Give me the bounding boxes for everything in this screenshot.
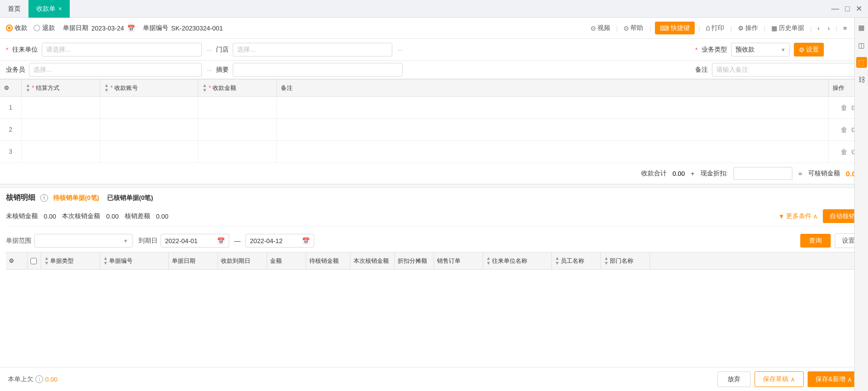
select-all-checkbox[interactable] <box>30 258 37 264</box>
save-new-btn[interactable]: 保存&新增 ∧ <box>808 371 860 387</box>
panel-icon-1[interactable]: ▦ <box>856 22 867 33</box>
reconcile-section: 核销明细 i 待核销单据(0笔) 已核销单据(0笔) 未核销金额 0.00 本次… <box>0 188 868 275</box>
current-due-value: 0.00 <box>45 376 57 383</box>
dgh-checkbox-col[interactable] <box>27 252 41 269</box>
due-date-end-input[interactable]: 2022-04-12 📅 <box>245 234 314 248</box>
panel-icon-2[interactable]: ◫ <box>856 39 867 51</box>
delete-icon[interactable]: 🗑 <box>841 104 847 112</box>
radio-receipt-label: 收款 <box>15 24 27 32</box>
row3-remarks[interactable] <box>277 141 829 163</box>
row2-amount[interactable] <box>198 119 277 140</box>
counterparty-more-icon[interactable]: ··· <box>207 46 212 54</box>
panel-icon-4[interactable]: ⛓ <box>856 74 867 85</box>
history-btn[interactable]: ▦ 历史单据 <box>769 23 806 33</box>
grid-col-amount: ▲▼ * 收款金额 <box>198 80 277 96</box>
minimize-icon[interactable]: — <box>829 3 841 14</box>
pending-tab[interactable]: 待核销单据(0笔) <box>53 194 99 202</box>
salesperson-more-icon[interactable]: ··· <box>207 66 212 74</box>
form-section-2: 业务员 选择... ··· 摘要 备注 请输入备注 <box>0 61 868 79</box>
more-conditions-btn[interactable]: ▼ 更多条件 ∧ <box>778 212 818 221</box>
business-type-select[interactable]: 预收款 ▼ <box>731 43 790 56</box>
done-tab[interactable]: 已核销单据(0笔) <box>107 194 153 202</box>
tab-bar: 首页 收款单 × — □ ✕ <box>0 0 868 18</box>
dgh-gear-icon[interactable]: ⚙ <box>9 257 14 264</box>
salesperson-input[interactable]: 选择... <box>29 63 202 77</box>
receipt-grid: ⚙ ▲▼ * 结算方式 ▲▼ * 收款账号 ▲▼ * 收款金额 备注 操作 <box>0 79 868 163</box>
row3-settlement[interactable] <box>22 141 100 163</box>
doc-date-value[interactable]: 2023-03-24 <box>91 25 124 32</box>
dgh-doc-type: ▲▼ 单据类型 <box>41 252 100 269</box>
operation-btn[interactable]: ⚙ 操作 <box>736 23 760 33</box>
close-window-icon[interactable]: ✕ <box>854 3 864 14</box>
bottom-bar: 本单上欠 i 0.00 放弃 保存草稿 ∧ 保存&新增 ∧ <box>0 367 868 391</box>
abstract-input[interactable] <box>233 63 403 77</box>
list-view-btn[interactable]: ≡ <box>841 24 849 33</box>
tab-close-icon[interactable]: × <box>58 0 62 18</box>
section-divider <box>0 184 868 188</box>
store-input[interactable]: 选择... <box>233 43 392 56</box>
row-num-1: 1 <box>0 97 22 118</box>
due-date-start-input[interactable]: 2022-04-01 📅 <box>161 234 229 248</box>
store-field: 门店 选择... ··· <box>216 43 403 56</box>
reconcile-title-text: 核销明细 <box>6 193 35 202</box>
row2-settlement[interactable] <box>22 119 100 140</box>
grid-settings-col[interactable]: ⚙ <box>0 80 22 96</box>
main-wrapper: 收款 退款 单据日期 2023-03-24 📅 单据编号 SK-20230324… <box>0 18 868 391</box>
keyboard-icon: ⌨ <box>660 25 669 32</box>
doc-num-value[interactable]: SK-20230324-001 <box>171 25 223 32</box>
row2-remarks[interactable] <box>277 119 829 140</box>
business-type-field: * 业务类型 预收款 ▼ ⚙ 设置 <box>695 43 862 56</box>
panel-icon-3[interactable]: ⬚ <box>856 57 867 68</box>
nav-left-btn[interactable]: ‹ <box>815 24 821 33</box>
abandon-btn[interactable]: 放弃 <box>717 371 751 387</box>
discount-input[interactable] <box>733 167 792 180</box>
tab-home[interactable]: 首页 <box>0 0 28 18</box>
maximize-icon[interactable]: □ <box>843 3 852 14</box>
query-btn[interactable]: 查询 <box>800 234 831 248</box>
delete-icon[interactable]: 🗑 <box>841 148 847 156</box>
tab-receipt[interactable]: 收款单 × <box>28 0 70 18</box>
info-circle-icon[interactable]: i <box>35 375 43 383</box>
row2-account[interactable] <box>100 119 198 140</box>
delete-icon[interactable]: 🗑 <box>841 126 847 134</box>
row1-settlement[interactable] <box>22 97 100 118</box>
bottom-info: 本单上欠 i 0.00 <box>8 375 57 384</box>
table-row: 2 🗑 ⧉ <box>0 119 868 141</box>
row1-amount[interactable] <box>198 97 277 118</box>
nav-right-btn[interactable]: › <box>826 24 832 33</box>
info-icon[interactable]: i <box>40 194 48 202</box>
range-param: 单据范围 ▼ <box>6 234 133 248</box>
help-btn[interactable]: ⊙ 帮助 <box>622 23 645 33</box>
dgh-amount: 金额 <box>267 252 306 269</box>
current-due-label: 本单上欠 <box>8 375 33 384</box>
print-btn[interactable]: ⎙ 打印 <box>704 23 726 33</box>
filter-stats-row: 未核销金额 0.00 本次核销金额 0.00 核销差额 0.00 ▼ 更多条件 … <box>6 206 862 226</box>
radio-refund[interactable]: 退款 <box>33 24 55 32</box>
row1-account[interactable] <box>100 97 198 118</box>
radio-receipt[interactable]: 收款 <box>6 24 27 32</box>
store-more-icon[interactable]: ··· <box>397 46 403 54</box>
dgh-current-amount: 本次核销金额 <box>351 252 395 269</box>
dgh-settings[interactable]: ⚙ <box>6 252 27 269</box>
grid-gear-icon[interactable]: ⚙ <box>4 84 9 91</box>
due-date-label: 到期日 <box>138 236 158 245</box>
calendar-icon[interactable]: 📅 <box>127 25 135 32</box>
uncancelled-label: 未核销金额 <box>6 212 38 221</box>
row3-account[interactable] <box>100 141 198 163</box>
range-dropdown[interactable]: ▼ <box>34 234 133 248</box>
remarks-input[interactable]: 请输入备注 <box>712 63 862 77</box>
store-label: 门店 <box>216 45 229 54</box>
reconcile-tabs: 待核销单据(0笔) 已核销单据(0笔) <box>53 194 153 202</box>
settings-button[interactable]: ⚙ 设置 <box>794 43 824 56</box>
row1-remarks[interactable] <box>277 97 829 118</box>
video-btn[interactable]: ⊙ 视频 <box>589 23 612 33</box>
grid-col-settlement: ▲▼ * 结算方式 <box>22 80 100 96</box>
current-cancel-value: 0.00 <box>106 213 118 220</box>
save-draft-btn[interactable]: 保存草稿 ∧ <box>755 371 804 387</box>
shortcut-btn[interactable]: ⌨ 快捷键 <box>655 22 695 34</box>
remarks-field: 备注 请输入备注 <box>695 63 862 77</box>
counterparty-input[interactable]: 请选择... <box>42 43 202 56</box>
operation-icon: ⚙ <box>738 25 744 32</box>
bottom-actions: 放弃 保存草稿 ∧ 保存&新增 ∧ <box>717 371 860 387</box>
row3-amount[interactable] <box>198 141 277 163</box>
